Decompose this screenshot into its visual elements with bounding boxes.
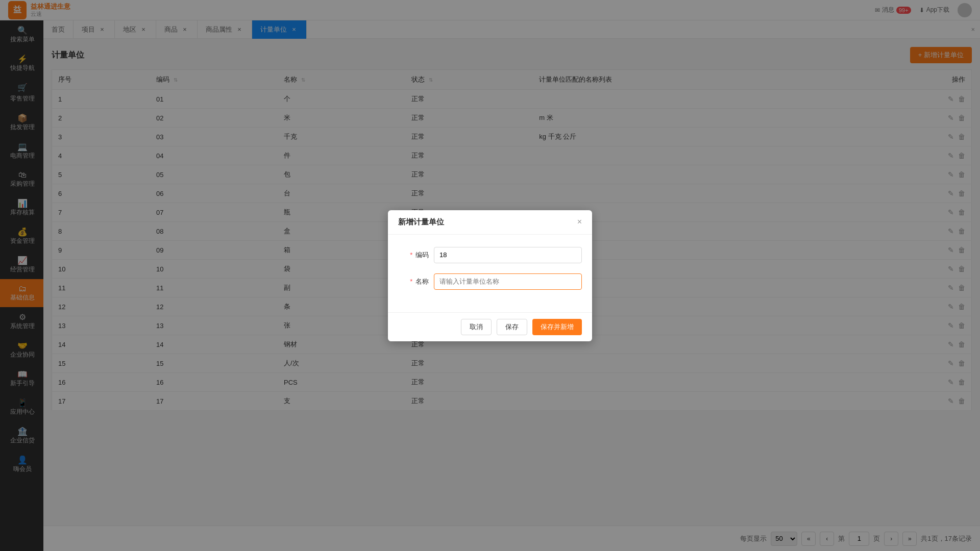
- dialog-body: * 编码 * 名称: [388, 235, 592, 312]
- form-row-name: * 名称: [398, 273, 582, 290]
- form-row-code: * 编码: [398, 247, 582, 263]
- code-label: * 编码: [398, 251, 429, 260]
- dialog-overlay[interactable]: 新增计量单位 × * 编码 * 名称 取消 保存 保存并新增: [0, 0, 980, 551]
- save-button[interactable]: 保存: [497, 319, 527, 335]
- code-input[interactable]: [434, 247, 582, 263]
- dialog-add-measure-unit: 新增计量单位 × * 编码 * 名称 取消 保存 保存并新增: [388, 210, 592, 341]
- dialog-header: 新增计量单位 ×: [388, 210, 592, 235]
- dialog-title: 新增计量单位: [398, 217, 444, 227]
- dialog-footer: 取消 保存 保存并新增: [388, 312, 592, 341]
- dialog-close-button[interactable]: ×: [577, 217, 582, 227]
- name-input[interactable]: [434, 273, 582, 290]
- code-required-mark: *: [410, 251, 412, 259]
- save-and-new-button[interactable]: 保存并新增: [532, 319, 582, 335]
- cancel-button[interactable]: 取消: [461, 319, 492, 335]
- name-label: * 名称: [398, 277, 429, 286]
- name-required-mark: *: [410, 278, 412, 285]
